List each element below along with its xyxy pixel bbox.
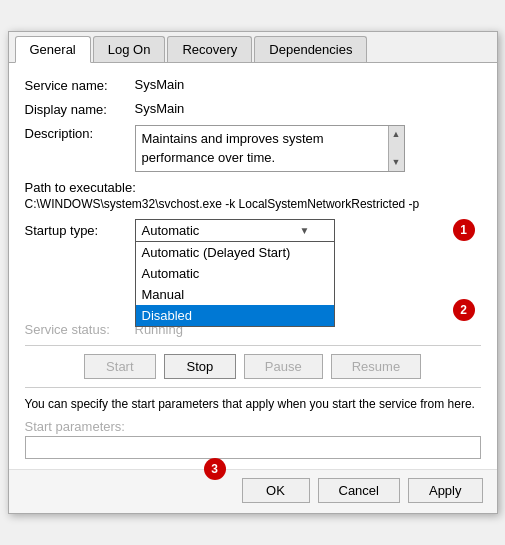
annotation-1: 1 [453,219,475,241]
dropdown-option-automatic[interactable]: Automatic [136,263,334,284]
description-value: Maintains and improves system performanc… [142,131,324,164]
apply-button[interactable]: Apply [408,478,483,503]
dropdown-option-manual[interactable]: Manual [136,284,334,305]
startup-dropdown-wrapper: Automatic ▼ Automatic (Delayed Start) Au… [135,219,335,242]
display-name-label: Display name: [25,101,135,117]
dropdown-option-delayed[interactable]: Automatic (Delayed Start) [136,242,334,263]
start-params-input[interactable] [25,436,481,459]
scroll-up-icon[interactable]: ▲ [390,126,403,143]
description-scrollbar[interactable]: ▲ ▼ [388,126,404,170]
note-text: You can specify the start parameters tha… [25,396,481,413]
display-name-row: Display name: SysMain [25,101,481,117]
startup-type-dropdown[interactable]: Automatic ▼ [135,219,335,242]
tab-logon[interactable]: Log On [93,36,166,62]
description-row: Description: Maintains and improves syst… [25,125,481,171]
divider-1 [25,345,481,346]
display-name-value: SysMain [135,101,185,116]
tab-general[interactable]: General [15,36,91,63]
cancel-button[interactable]: Cancel [318,478,400,503]
pause-button[interactable]: Pause [244,354,323,379]
annotation-3: 3 [204,458,226,480]
tab-bar: General Log On Recovery Dependencies [9,32,497,63]
service-name-value: SysMain [135,77,185,92]
dialog: General Log On Recovery Dependencies Ser… [8,31,498,513]
path-label: Path to executable: [25,180,481,195]
start-button[interactable]: Start [84,354,156,379]
startup-type-label: Startup type: [25,223,135,238]
description-label: Description: [25,125,135,141]
tab-recovery[interactable]: Recovery [167,36,252,62]
path-value: C:\WINDOWS\system32\svchost.exe -k Local… [25,197,481,211]
start-params-label: Start parameters: [25,419,481,434]
description-box: Maintains and improves system performanc… [135,125,405,171]
service-name-label: Service name: [25,77,135,93]
service-control-buttons: Start Stop Pause Resume [25,354,481,379]
path-section: Path to executable: C:\WINDOWS\system32\… [25,180,481,211]
scroll-down-icon[interactable]: ▼ [390,154,403,171]
service-status-label: Service status: [25,322,135,337]
startup-dropdown-list: Automatic (Delayed Start) Automatic Manu… [135,242,335,327]
annotation-2: 2 [453,299,475,321]
tab-content: Service name: SysMain Display name: SysM… [9,63,497,468]
stop-button[interactable]: Stop [164,354,236,379]
resume-button[interactable]: Resume [331,354,421,379]
dropdown-arrow-icon: ▼ [300,225,310,236]
dropdown-option-disabled[interactable]: Disabled [136,305,334,326]
bottom-buttons-row: 3 OK Cancel Apply [9,469,497,513]
startup-type-selected: Automatic [142,223,200,238]
service-name-row: Service name: SysMain [25,77,481,93]
startup-type-row: Startup type: Automatic ▼ Automatic (Del… [25,219,481,242]
divider-2 [25,387,481,388]
ok-button[interactable]: OK [242,478,310,503]
tab-dependencies[interactable]: Dependencies [254,36,367,62]
